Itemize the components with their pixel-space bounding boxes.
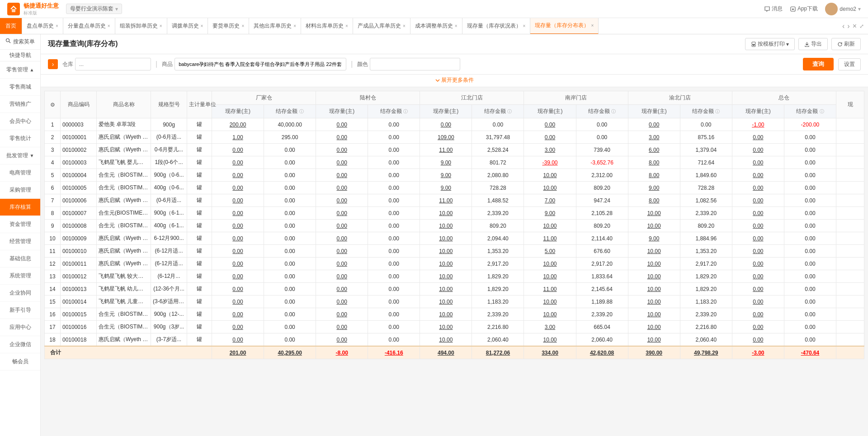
cell-total-qty[interactable]: 0.00 [732, 270, 784, 283]
cell-lucun-qty[interactable]: 0.00 [316, 321, 368, 333]
cell-factory-qty[interactable]: 0.00 [212, 182, 264, 194]
sidebar-item-member[interactable]: 会员中心 [0, 113, 40, 130]
cell-yubei-qty[interactable]: 10.00 [628, 220, 680, 232]
cell-total-qty[interactable]: 0.00 [732, 308, 784, 321]
cell-factory-qty[interactable]: 0.00 [212, 220, 264, 232]
cell-nanan-qty[interactable]: 5.00 [524, 245, 576, 258]
cell-nanan-qty[interactable]: 10.00 [524, 295, 576, 308]
cell-yubei-qty[interactable]: 10.00 [628, 258, 680, 270]
tab-close-all-btn[interactable]: × [851, 22, 858, 30]
industry-dropdown[interactable]: 母婴行业演示陈套 ▾ [66, 4, 122, 14]
cell-nanan-qty[interactable]: 3.00 [524, 144, 576, 156]
cell-yubei-qty[interactable]: 10.00 [628, 308, 680, 321]
cell-yubei-qty[interactable]: 10.00 [628, 283, 680, 295]
cell-lucun-qty[interactable]: 0.00 [316, 333, 368, 347]
sidebar-quick-nav[interactable]: 快捷导航 [0, 50, 40, 61]
cell-total-qty[interactable]: 0.00 [732, 321, 784, 333]
cell-nanan-qty[interactable]: 3.00 [524, 321, 576, 333]
tab-cost-adjust[interactable]: 成本调整单历史 × [410, 18, 462, 34]
tab-close[interactable]: × [345, 23, 348, 28]
cell-lucun-qty[interactable]: 0.00 [316, 118, 368, 131]
tab-transfer[interactable]: 调拨单历史 × [167, 18, 208, 34]
cell-nanan-qty[interactable]: 10.00 [524, 333, 576, 347]
cell-lucun-qty[interactable]: 0.00 [316, 182, 368, 194]
cell-factory-qty[interactable]: 0.00 [212, 156, 264, 169]
cell-nanan-qty[interactable]: 0.00 [524, 118, 576, 131]
cell-total-qty[interactable]: -1.00 [732, 118, 784, 131]
filter-collapse-btn[interactable]: › [48, 59, 58, 69]
cell-yubei-qty[interactable]: 8.00 [628, 169, 680, 182]
cell-total-qty[interactable]: 0.00 [732, 258, 784, 270]
cell-total-qty[interactable]: 0.00 [732, 144, 784, 156]
tab-close[interactable]: × [293, 23, 296, 28]
cell-factory-qty[interactable]: 0.00 [212, 245, 264, 258]
cell-total-qty[interactable]: 0.00 [732, 169, 784, 182]
cell-nanan-qty[interactable]: 11.00 [524, 283, 576, 295]
cell-lucun-qty[interactable]: 0.00 [316, 169, 368, 182]
cell-nanan-qty[interactable]: 10.00 [524, 270, 576, 283]
cell-nanan-qty[interactable]: -39.00 [524, 156, 576, 169]
cell-lucun-qty[interactable]: 0.00 [316, 308, 368, 321]
message-btn[interactable]: 消息 [764, 5, 783, 13]
cell-jiangbei-qty[interactable]: 10.00 [420, 333, 472, 347]
cell-factory-qty[interactable]: 0.00 [212, 308, 264, 321]
cell-nanan-qty[interactable]: 10.00 [524, 169, 576, 182]
tab-close[interactable]: × [160, 23, 162, 28]
tab-other-out[interactable]: 其他出库单历史 × [249, 18, 301, 34]
tab-close[interactable]: × [56, 23, 58, 28]
tab-close[interactable]: × [403, 23, 406, 28]
cell-jiangbei-qty[interactable]: 10.00 [420, 321, 472, 333]
cell-total-qty[interactable]: 0.00 [732, 207, 784, 220]
export-button[interactable]: 导出 [798, 38, 828, 50]
cell-factory-qty[interactable]: 1.00 [212, 131, 264, 144]
cell-total-qty[interactable]: 0.00 [732, 131, 784, 144]
cell-yubei-qty[interactable]: 10.00 [628, 333, 680, 347]
goods-input[interactable] [175, 58, 346, 70]
query-button[interactable]: 查询 [803, 58, 834, 70]
cell-factory-qty[interactable]: 0.00 [212, 333, 264, 347]
cell-factory-qty[interactable]: 0.00 [212, 295, 264, 308]
sidebar-item-purchase[interactable]: 采购管理 [0, 182, 40, 199]
settings-button[interactable]: 设置 [838, 58, 861, 70]
tab-stocktake[interactable]: 盘点单历史 × [22, 18, 63, 34]
cell-jiangbei-qty[interactable]: 10.00 [420, 283, 472, 295]
app-download-btn[interactable]: App下载 [790, 5, 818, 13]
cell-total-qty[interactable]: 0.00 [732, 156, 784, 169]
user-avatar[interactable]: demo2 ▾ [825, 3, 861, 15]
cell-lucun-qty[interactable]: 0.00 [316, 156, 368, 169]
tab-split-stocktake[interactable]: 分量盘点单历史 × [63, 18, 115, 34]
cell-yubei-qty[interactable]: 9.00 [628, 232, 680, 245]
expand-more-btn[interactable]: 展开更多条件 [435, 76, 474, 84]
cell-nanan-qty[interactable]: 10.00 [524, 182, 576, 194]
cell-jiangbei-qty[interactable]: 10.00 [420, 258, 472, 270]
tab-assembly[interactable]: 组装拆卸单历史 × [115, 18, 167, 34]
cell-nanan-qty[interactable]: 11.00 [524, 232, 576, 245]
cell-yubei-qty[interactable]: 10.00 [628, 295, 680, 308]
color-input[interactable] [370, 58, 460, 70]
cell-jiangbei-qty[interactable]: 10.00 [420, 270, 472, 283]
sidebar-item-inventory[interactable]: 库存核算 [0, 199, 40, 216]
tab-close[interactable]: × [108, 23, 110, 28]
sidebar-item-wholesale[interactable]: 批发管理 ▼ [0, 147, 40, 164]
cell-jiangbei-qty[interactable]: 0.00 [420, 118, 472, 131]
cell-factory-qty[interactable]: 0.00 [212, 283, 264, 295]
sidebar-search[interactable]: 搜索英单 [0, 34, 40, 50]
cell-factory-qty[interactable]: 0.00 [212, 194, 264, 207]
cell-nanan-qty[interactable]: 0.00 [524, 131, 576, 144]
cell-jiangbei-qty[interactable]: 109.00 [420, 131, 472, 144]
cell-yubei-qty[interactable]: 0.00 [628, 118, 680, 131]
cell-yubei-qty[interactable]: 6.00 [628, 144, 680, 156]
cell-factory-qty[interactable]: 0.00 [212, 207, 264, 220]
cell-lucun-qty[interactable]: 0.00 [316, 220, 368, 232]
sidebar-item-member2[interactable]: 畅会员 [0, 353, 40, 370]
cell-total-qty[interactable]: 0.00 [732, 232, 784, 245]
sidebar-item-retail-stats[interactable]: 零售统计 [0, 130, 40, 147]
tab-close[interactable]: × [591, 23, 594, 28]
cell-yubei-qty[interactable]: 10.00 [628, 245, 680, 258]
cell-factory-qty[interactable]: 200.00 [212, 118, 264, 131]
cell-lucun-qty[interactable]: 0.00 [316, 270, 368, 283]
cell-total-qty[interactable]: 0.00 [732, 333, 784, 347]
cell-jiangbei-qty[interactable]: 11.00 [420, 194, 472, 207]
sidebar-item-business[interactable]: 经营管理 [0, 233, 40, 250]
cell-lucun-qty[interactable]: 0.00 [316, 258, 368, 270]
